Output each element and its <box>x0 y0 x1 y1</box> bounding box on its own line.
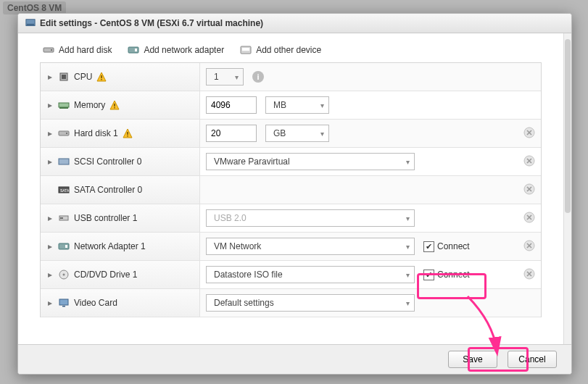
expand-memory[interactable]: ▸ <box>46 100 54 110</box>
svg-rect-11 <box>102 75 102 78</box>
hdd-size-input[interactable] <box>206 125 257 142</box>
svg-point-19 <box>66 133 67 134</box>
cpu-label: CPU <box>74 72 92 82</box>
scsi-type-value: VMware Paravirtual <box>214 156 290 167</box>
add-other-device-button[interactable]: Add other device <box>240 45 321 55</box>
cddvd-source-value: Datastore ISO file <box>214 270 283 280</box>
cpu-count-value: 1 <box>214 72 219 82</box>
usb-icon <box>58 213 70 223</box>
add-hard-disk-label: Add hard disk <box>59 45 112 55</box>
svg-rect-14 <box>59 107 68 109</box>
usb-type-value: USB 2.0 <box>214 213 247 223</box>
expand-nic[interactable]: ▸ <box>46 241 54 251</box>
chevron-down-icon: ▾ <box>235 73 239 81</box>
row-hard-disk-1: ▸ Hard disk 1 GB ▾ <box>41 120 541 148</box>
expand-video[interactable]: ▸ <box>46 298 54 308</box>
svg-rect-7 <box>242 48 249 51</box>
disc-icon <box>58 270 70 280</box>
svg-rect-17 <box>115 107 115 108</box>
nic-icon <box>128 45 139 55</box>
cddvd-connect-checkbox[interactable]: ✔ Connect <box>423 270 470 280</box>
memory-label: Memory <box>74 100 105 110</box>
scrollbar-thumb[interactable] <box>565 39 571 213</box>
controller-icon: SATA <box>58 185 70 195</box>
warning-icon <box>96 72 107 82</box>
expand-hdd[interactable]: ▸ <box>46 128 54 138</box>
row-network-adapter-1: ▸ Network Adapter 1 VM Network ▾ ✔ Conne… <box>41 233 541 261</box>
svg-rect-24 <box>59 159 69 164</box>
row-cpu: ▸ CPU 1 ▾ i <box>41 63 541 91</box>
video-settings-select[interactable]: Default settings ▾ <box>206 294 415 312</box>
warning-icon <box>123 128 133 138</box>
controller-icon <box>58 156 70 167</box>
usb-type-select[interactable]: USB 2.0 ▾ <box>206 209 415 227</box>
chevron-down-icon: ▾ <box>320 101 324 109</box>
expand-usb[interactable]: ▸ <box>46 213 54 223</box>
svg-rect-38 <box>59 299 68 305</box>
remove-hdd-icon[interactable] <box>523 127 535 138</box>
video-settings-value: Default settings <box>214 298 274 308</box>
dialog-titlebar: Edit settings - CentOS 8 VM (ESXi 6.7 vi… <box>18 14 571 33</box>
row-memory: ▸ Memory MB ▾ <box>41 91 541 120</box>
svg-rect-39 <box>62 306 65 307</box>
checkbox-icon: ✔ <box>423 241 434 252</box>
hard-disk-icon <box>43 45 54 55</box>
nic-icon <box>58 241 70 251</box>
add-hard-disk-button[interactable]: Add hard disk <box>43 45 112 55</box>
cddvd-source-select[interactable]: Datastore ISO file ▾ <box>206 266 415 283</box>
add-network-adapter-button[interactable]: Add network adapter <box>128 45 224 55</box>
cddvd-connect-label: Connect <box>437 270 470 280</box>
save-button[interactable]: Save <box>448 351 497 368</box>
cpu-info-icon[interactable]: i <box>252 71 264 83</box>
svg-rect-33 <box>65 245 67 248</box>
svg-point-36 <box>63 274 65 276</box>
hard-disk-icon <box>58 128 70 138</box>
hardware-table: ▸ CPU 1 ▾ i <box>40 62 542 317</box>
remove-nic-icon[interactable] <box>523 240 535 251</box>
row-sata-controller-0: ▸ SATA SATA Controller 0 <box>41 176 541 204</box>
svg-text:SATA: SATA <box>60 188 70 193</box>
row-usb-controller-1: ▸ USB controller 1 USB 2.0 ▾ <box>41 204 541 233</box>
memory-unit-select[interactable]: MB ▾ <box>265 96 329 114</box>
nic-connect-checkbox[interactable]: ✔ Connect <box>423 241 470 252</box>
memory-unit-value: MB <box>273 100 286 110</box>
scsi-label: SCSI Controller 0 <box>74 156 141 167</box>
dialog-footer: Save Cancel <box>18 344 571 374</box>
remove-scsi-icon[interactable] <box>523 155 535 167</box>
svg-rect-5 <box>135 49 137 51</box>
expand-cpu[interactable]: ▸ <box>46 72 54 82</box>
scrollbar[interactable] <box>563 33 571 344</box>
svg-point-3 <box>51 49 52 51</box>
svg-rect-13 <box>59 103 69 107</box>
device-icon <box>240 45 252 55</box>
memory-icon <box>58 100 70 110</box>
row-scsi-controller-0: ▸ SCSI Controller 0 VMware Paravirtual ▾ <box>41 148 541 176</box>
nic-network-select[interactable]: VM Network ▾ <box>206 238 415 255</box>
scsi-type-select[interactable]: VMware Paravirtual ▾ <box>206 153 415 170</box>
cancel-button[interactable]: Cancel <box>508 351 557 368</box>
expand-scsi[interactable]: ▸ <box>46 156 54 167</box>
remove-sata-icon[interactable] <box>523 183 535 195</box>
remove-cddvd-icon[interactable] <box>523 268 535 280</box>
hdd-unit-select[interactable]: GB ▾ <box>265 125 329 142</box>
cpu-count-select[interactable]: 1 ▾ <box>206 68 244 85</box>
memory-input[interactable] <box>206 96 257 114</box>
expand-cddvd[interactable]: ▸ <box>46 270 54 280</box>
chevron-down-icon: ▾ <box>320 130 324 138</box>
svg-rect-30 <box>60 217 63 219</box>
add-other-device-label: Add other device <box>256 45 321 55</box>
row-video-card: ▸ Video Card Default settings ▾ <box>41 289 541 317</box>
row-cddvd-drive-1: ▸ CD/DVD Drive 1 Datastore ISO file ▾ ✔ … <box>41 261 541 289</box>
chevron-down-icon: ▾ <box>406 299 410 307</box>
toolbar: Add hard disk Add network adapter Add ot… <box>40 42 542 62</box>
nic-connect-label: Connect <box>437 241 470 251</box>
edit-settings-dialog: Edit settings - CentOS 8 VM (ESXi 6.7 vi… <box>17 13 572 375</box>
settings-window-icon <box>25 18 36 28</box>
remove-usb-icon[interactable] <box>523 212 535 223</box>
cddvd-label: CD/DVD Drive 1 <box>74 270 137 280</box>
svg-rect-12 <box>102 79 102 80</box>
chevron-down-icon: ▾ <box>406 271 410 279</box>
hdd-label: Hard disk 1 <box>74 128 118 138</box>
add-network-adapter-label: Add network adapter <box>144 45 224 55</box>
hdd-unit-value: GB <box>273 128 286 138</box>
